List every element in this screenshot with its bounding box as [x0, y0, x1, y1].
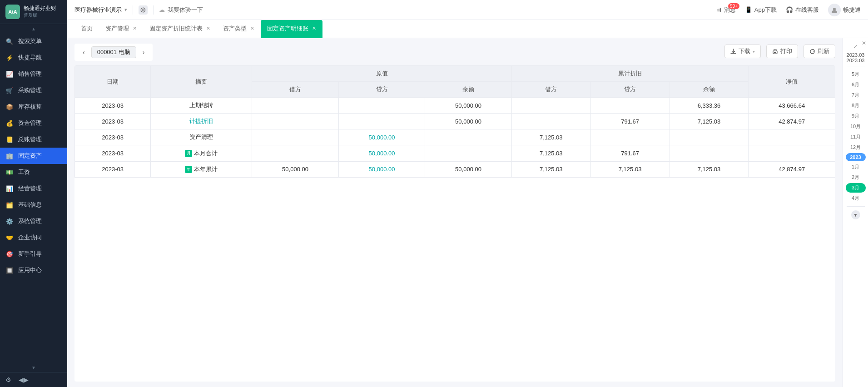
tab-asset-detail-close[interactable]: ✕	[312, 25, 316, 31]
scroll-up-icon[interactable]: ▲	[31, 25, 36, 32]
dropdown-icon: ▾	[124, 7, 127, 13]
data-table-container: 日期 摘要 原值 累计折旧 净值 借方 贷方 余额 借方 贷方 余额	[74, 65, 835, 382]
tab-asset-type-close[interactable]: ✕	[250, 25, 254, 31]
cell-orig-balance: 50,000.00	[425, 98, 512, 114]
sidebar-item-label: 搜索菜单	[18, 37, 42, 45]
download-icon	[730, 49, 736, 55]
service-icon: 🎧	[786, 6, 793, 13]
toolbar: 下载 ▾ 打印 刷新	[724, 45, 835, 58]
cell-accum-credit: 7,125.03	[590, 161, 670, 178]
collapse-icon[interactable]: ◀▶	[19, 376, 29, 383]
tab-depreciation-stats-close[interactable]: ✕	[206, 25, 210, 31]
app-download-btn[interactable]: 📱 App下载	[745, 6, 777, 14]
timeline-month-4[interactable]: 4月	[846, 194, 866, 203]
cell-net-value: 42,874.97	[749, 161, 835, 178]
timeline-month-5[interactable]: 5月	[846, 69, 866, 79]
search-icon: 🔍	[5, 37, 14, 45]
cell-orig-balance	[425, 145, 512, 162]
sidebar-item-fixed-assets[interactable]: 🏢 固定资产	[0, 148, 67, 164]
timeline-month-8[interactable]: 8月	[846, 101, 866, 110]
nav-toolbar-row: ‹ 000001 电脑 › 下载 ▾ 打印	[74, 44, 835, 61]
sidebar-item-basic-info[interactable]: 🗂️ 基础信息	[0, 197, 67, 213]
cell-summary: 年本年累计	[151, 161, 252, 178]
cell-orig-balance: 50,000.00	[425, 161, 512, 178]
cell-orig-balance: 50,000.00	[425, 114, 512, 129]
tab-asset-type[interactable]: 资产类型 ✕	[217, 20, 261, 38]
sidebar-item-operations[interactable]: 📊 经营管理	[0, 180, 67, 197]
tab-asset-detail[interactable]: 固定资产明细账 ✕	[261, 20, 322, 38]
refresh-btn[interactable]: 刷新	[804, 45, 835, 58]
sidebar-item-finance[interactable]: 💰 资金管理	[0, 115, 67, 131]
sidebar-item-search[interactable]: 🔍 搜索菜单	[0, 33, 67, 50]
experience-btn[interactable]: ☁ 我要体验一下	[159, 6, 203, 14]
timeline-month-1[interactable]: 1月	[846, 162, 866, 172]
th-orig-debit: 借方	[252, 82, 339, 98]
th-date: 日期	[75, 66, 151, 98]
sidebar-item-label: 库存核算	[18, 103, 42, 111]
tab-home[interactable]: 首页	[74, 20, 99, 38]
sidebar-item-guide[interactable]: 🎯 新手引导	[0, 246, 67, 262]
asset-detail-table: 日期 摘要 原值 累计折旧 净值 借方 贷方 余额 借方 贷方 余额	[74, 65, 835, 178]
sidebar-item-purchase[interactable]: 🛒 采购管理	[0, 82, 67, 99]
sidebar-item-payroll[interactable]: 💵 工资	[0, 164, 67, 180]
tab-asset-mgmt-close[interactable]: ✕	[133, 25, 137, 31]
table-row: 2023-03 上期结转 50,000.00 6,333.36 43,666.6…	[75, 98, 835, 114]
sidebar-item-sales[interactable]: 📈 销售管理	[0, 66, 67, 82]
header-divider	[133, 5, 133, 15]
sidebar-item-label: 工资	[18, 168, 30, 176]
timeline-down-btn[interactable]: ▼	[851, 210, 860, 219]
tab-depreciation-stats[interactable]: 固定资产折旧统计表 ✕	[143, 20, 217, 38]
timeline-month-2[interactable]: 2月	[846, 173, 866, 182]
sidebar-item-quick-nav[interactable]: ⚡ 快捷导航	[0, 50, 67, 66]
cell-net-value	[749, 129, 835, 145]
cell-accum-debit: 7,125.03	[511, 145, 590, 162]
th-orig-balance: 余额	[425, 82, 512, 98]
timeline-month-3[interactable]: 3月	[846, 183, 866, 193]
asset-prev-btn[interactable]: ‹	[80, 48, 88, 57]
online-service-btn[interactable]: 🎧 在线客服	[786, 6, 819, 14]
tab-asset-type-label: 资产类型	[223, 25, 247, 33]
tab-asset-mgmt[interactable]: 资产管理 ✕	[99, 20, 143, 38]
timeline-panel: ✕ ⤢ 2023.03 2023.03 5月 6月 7月 8月 9月 10月 1…	[843, 38, 868, 387]
phone-icon: 📱	[745, 6, 752, 13]
asset-next-btn[interactable]: ›	[140, 48, 148, 57]
app-logo-icon: AtA	[5, 5, 20, 19]
timeline-month-10[interactable]: 10月	[846, 122, 866, 131]
cell-summary: 计提折旧	[151, 114, 252, 129]
th-original-value: 原值	[252, 66, 512, 82]
table-row: 2023-03 计提折旧 50,000.00 791.67 7,125.03 4…	[75, 114, 835, 129]
scroll-down-icon[interactable]: ▼	[31, 364, 36, 371]
header-divider2	[153, 5, 154, 15]
cell-orig-credit	[338, 114, 425, 129]
settings-icon[interactable]: ⚙	[5, 376, 11, 383]
refresh-icon	[809, 49, 815, 55]
cell-orig-balance	[425, 129, 512, 145]
sidebar-item-inventory[interactable]: 📦 库存核算	[0, 99, 67, 115]
timeline-month-7[interactable]: 7月	[846, 90, 866, 100]
cell-orig-debit	[252, 129, 339, 145]
notification-btn[interactable]: 🖥 消息 99+	[715, 6, 736, 14]
app-download-label: App下载	[754, 6, 777, 14]
timeline-month-11[interactable]: 11月	[846, 132, 866, 142]
timeline-year-2023[interactable]: 2023	[846, 153, 866, 161]
download-btn[interactable]: 下载 ▾	[724, 45, 761, 58]
cell-summary: 月本月合计	[151, 145, 252, 162]
company-selector[interactable]: 医疗器械行业演示 ▾	[74, 6, 127, 14]
user-profile[interactable]: 畅捷通	[828, 4, 861, 16]
online-service-label: 在线客服	[795, 6, 819, 14]
sidebar-item-app-center[interactable]: 🔲 应用中心	[0, 262, 67, 278]
sidebar-item-system[interactable]: ⚙️ 系统管理	[0, 213, 67, 229]
expand-icon[interactable]: ⤢	[853, 44, 858, 50]
settings-icon[interactable]	[139, 5, 148, 15]
print-btn[interactable]: 打印	[766, 45, 798, 58]
timeline-month-9[interactable]: 9月	[846, 111, 866, 121]
sidebar-item-enterprise[interactable]: 🤝 企业协同	[0, 229, 67, 246]
sidebar-item-label: 资金管理	[18, 119, 42, 127]
timeline-close-btn[interactable]: ✕	[862, 40, 866, 46]
sidebar-item-ledger[interactable]: 📒 总账管理	[0, 131, 67, 148]
timeline-month-12[interactable]: 12月	[846, 143, 866, 152]
timeline-month-6[interactable]: 6月	[846, 80, 866, 89]
purchase-icon: 🛒	[5, 86, 14, 94]
cell-accum-debit	[511, 98, 590, 114]
inventory-icon: 📦	[5, 103, 14, 111]
